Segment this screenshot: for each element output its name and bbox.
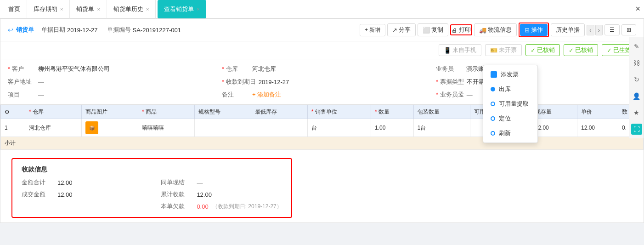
tab-sales-history-close[interactable]: × <box>146 6 149 12</box>
operation-icon: ⊞ <box>525 27 530 34</box>
row-warehouse: 河北仓库 <box>25 119 81 137</box>
col-warehouse: 仓库 <box>25 105 81 119</box>
warehouse-label: 仓库 <box>222 65 249 73</box>
doc-icon: ↩ <box>8 26 13 34</box>
dropdown-add-invoice[interactable]: 添发票 <box>483 67 537 82</box>
payment-date-value: 2019-12-27 <box>259 79 289 85</box>
note-label: 备注 <box>222 91 249 99</box>
confirm-button[interactable]: ✓ 已核销 <box>525 44 560 56</box>
add-note-button[interactable]: + 添加备注 <box>252 91 281 99</box>
sidebar-edit-icon[interactable]: ✎ <box>631 41 642 52</box>
new-button[interactable]: + 新增 <box>360 24 385 36</box>
tab-inventory-label: 库存期初 <box>34 5 57 13</box>
doc-header: ↩ 销货单 单据日期 2019-12-27 单据编号 SA-20191227-0… <box>0 19 644 41</box>
confirm-icon: ✓ <box>531 47 536 54</box>
col-quantity: 数量 <box>371 105 413 119</box>
effective-icon: ✓ <box>607 47 612 54</box>
due-note: （收款到期日: 2019-12-27） <box>212 203 282 211</box>
table-header-row: ⚙ 仓库 商品图片 商品 规格型号 最低库存 销售单位 数量 包装数量 可用量 … <box>1 105 644 119</box>
doc-number-value: SA-20191227-001 <box>133 27 181 34</box>
cumulative-label: 累计收款 <box>161 190 193 199</box>
tab-sales-close[interactable]: × <box>97 6 100 12</box>
payment-wrapper: 收款信息 金额合计 12.00 成交金额 12.00 <box>0 150 644 222</box>
tab-view-sales-close[interactable]: × <box>197 6 199 12</box>
sales-rep-value: — <box>467 91 473 98</box>
ticket-type-label: 票据类型 <box>436 78 464 86</box>
tab-bar-close[interactable]: × <box>635 4 640 14</box>
sidebar-user-icon[interactable]: 👤 <box>631 91 642 102</box>
copy-button[interactable]: ⬜ 复制 <box>418 23 448 36</box>
project-value: — <box>38 91 44 98</box>
dropdown-outbound[interactable]: 出库 <box>483 82 537 97</box>
payment-title: 收款信息 <box>22 165 282 174</box>
operation-button[interactable]: ⊞ 操作 <box>520 24 548 36</box>
logistics-button[interactable]: 🚚 物流信息 <box>474 23 517 36</box>
payment-right: 同单现结 — 累计收款 12.00 本单欠款 0.00 （收款到期日: 2019… <box>161 178 282 211</box>
right-sidebar: ✎ ⛓ ↻ 👤 ★ ⛶ <box>629 37 644 138</box>
phone-icon: 📱 <box>444 47 451 54</box>
tab-home[interactable]: 首页 <box>4 0 27 18</box>
share-button[interactable]: ↗ 分享 <box>387 23 416 36</box>
same-order-row: 同单现结 — <box>161 178 282 187</box>
tab-inventory-close[interactable]: × <box>60 6 63 12</box>
tab-sales-history-label: 销货单历史 <box>113 5 143 13</box>
dropdown-available-qty[interactable]: 可用量提取 <box>483 97 537 111</box>
view-grid-button[interactable]: ⊞ <box>621 24 636 35</box>
nav-prev-button[interactable]: ‹ <box>587 25 594 35</box>
doc-type-label: 销货单 <box>16 26 34 34</box>
dropdown-refresh[interactable]: 刷新 <box>483 126 537 141</box>
view-list-button[interactable]: ☰ <box>604 24 620 35</box>
transaction-label: 成交金额 <box>22 190 54 199</box>
project-row: 项目 — <box>8 91 208 99</box>
tab-bar: 首页 库存期初 × 销货单 × 销货单历史 × 查看销货单 × × <box>0 0 644 18</box>
subtotal-label: 小计 <box>1 137 644 150</box>
sidebar-rotate-icon[interactable]: ↻ <box>631 74 642 85</box>
customer-row: 客户 柳州粤港平安气体有限公司 <box>8 65 208 73</box>
row-quantity: 1.00 <box>371 119 413 137</box>
tab-home-label: 首页 <box>8 5 20 13</box>
col-sales-unit: 销售单位 <box>307 105 371 119</box>
print-button[interactable]: 🖨 打印 <box>450 24 472 35</box>
doc-title-section: ↩ 销货单 单据日期 2019-12-27 单据编号 SA-20191227-0… <box>8 26 360 34</box>
tab-sales-history[interactable]: 销货单历史 × <box>107 0 156 18</box>
row-min-stock <box>251 119 307 137</box>
available-qty-icon <box>491 102 495 106</box>
row-spec <box>194 119 251 137</box>
history-button[interactable]: 历史单据 <box>551 23 585 36</box>
dropdown-refresh-label: 刷新 <box>499 129 511 137</box>
sidebar-link-icon[interactable]: ⛓ <box>631 57 642 68</box>
sidebar-expand-icon[interactable]: ⛶ <box>631 124 642 135</box>
tab-view-sales[interactable]: 查看销货单 × <box>158 0 206 18</box>
payment-section: 收款信息 金额合计 12.00 成交金额 12.00 <box>11 158 292 218</box>
operation-dropdown: 添发票 出库 可用量提取 定位 刷新 <box>483 65 538 143</box>
cumulative-value: 12.00 <box>197 191 212 198</box>
col-product-img: 商品图片 <box>81 105 138 119</box>
products-table: ⚙ 仓库 商品图片 商品 规格型号 最低库存 销售单位 数量 包装数量 可用量 … <box>0 105 644 150</box>
row-pack-qty: 1台 <box>413 119 470 137</box>
row-index: 1 <box>1 119 25 137</box>
share-icon: ↗ <box>392 27 397 34</box>
same-order-value: — <box>197 179 203 186</box>
row-product: 嘻嘻嘻嘻 <box>138 119 194 137</box>
from-phone-button[interactable]: 📱 来自手机 <box>439 44 481 56</box>
col-spec: 规格型号 <box>194 105 251 119</box>
col-min-stock: 最低库存 <box>251 105 307 119</box>
staff-label: 业务员 <box>436 65 463 73</box>
table-row: 1 河北仓库 📦 嘻嘻嘻嘻 台 1.00 1台 <box>1 119 644 137</box>
row-current-stock: 12.00 <box>531 119 577 137</box>
tab-inventory[interactable]: 库存期初 × <box>27 0 70 18</box>
tab-sales[interactable]: 销货单 × <box>70 0 107 18</box>
warehouse-value: 河北仓库 <box>252 65 276 73</box>
sold-button[interactable]: ✓ 已核销 <box>564 44 598 56</box>
current-due-label: 本单欠款 <box>161 202 193 211</box>
not-open-button[interactable]: 🎫 未开票 <box>485 44 522 56</box>
nav-next-button[interactable]: › <box>595 25 603 35</box>
tab-view-sales-label: 查看销货单 <box>164 5 194 13</box>
transaction-row: 成交金额 12.00 <box>22 190 142 199</box>
dropdown-locate[interactable]: 定位 <box>483 111 537 126</box>
col-current-stock: 现存量 <box>531 105 577 119</box>
ticket-icon: 🎫 <box>490 47 497 54</box>
sidebar-star-icon[interactable]: ★ <box>631 107 642 118</box>
doc-date-label: 单据日期 <box>41 26 65 34</box>
add-invoice-icon <box>491 71 497 78</box>
